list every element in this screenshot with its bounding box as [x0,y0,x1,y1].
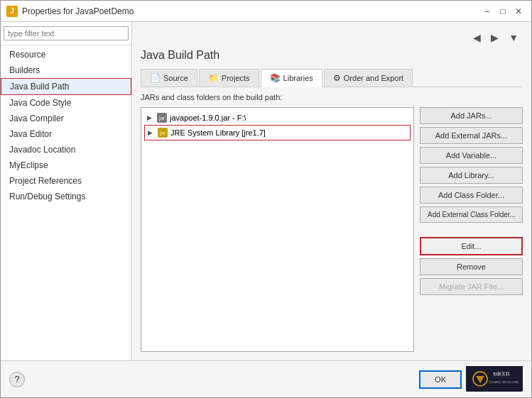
bottom-right: OK 创新互联 CHUANG XIN HU LIAN [419,367,523,392]
add-jars-button[interactable]: Add JARs... [420,107,523,124]
add-external-class-folder-button[interactable]: Add External Class Folder... [420,206,523,223]
svg-text:CHUANG XIN HU LIAN: CHUANG XIN HU LIAN [489,380,519,384]
tree-label-javapoet: javapoet-1.9.0.jar - F:\ [170,114,246,122]
tab-order-export[interactable]: ⚙ Order and Export [324,69,413,87]
buttons-panel: Add JARs... Add External JARs... Add Var… [420,107,523,352]
subtitle: JARs and class folders on the build path… [141,93,523,101]
expand-arrow-javapoet: ▶ [147,114,154,121]
title-controls: – □ ✕ [480,4,526,18]
sidebar-item-java-compiler[interactable]: Java Compiler [1,111,131,126]
main-panel: ◀ ▶ ▼ Java Build Path 📄 Source 📁 Project… [132,22,531,360]
tab-projects[interactable]: 📁 Projects [199,69,259,87]
panel-body: ▶ jar javapoet-1.9.0.jar - F:\ ▶ jre JRE… [141,107,523,352]
help-button[interactable]: ? [9,372,25,387]
minimize-button[interactable]: – [480,4,494,18]
main-window: J Properties for JavaPoetDemo – □ ✕ Reso… [0,0,532,398]
tab-libraries-label: Libraries [283,74,313,82]
libraries-tab-icon: 📚 [270,73,281,83]
title-bar: J Properties for JavaPoetDemo – □ ✕ [1,1,531,22]
source-tab-icon: 📄 [150,73,161,83]
tabs-bar: 📄 Source 📁 Projects 📚 Libraries ⚙ Order … [141,69,523,87]
bottom-bar: ? OK 创新互联 CHUANG XIN HU LIAN [1,360,531,397]
filter-box [1,22,131,45]
filter-input[interactable] [4,26,129,40]
sidebar-item-java-code-style[interactable]: Java Code Style [1,95,131,111]
window-title: Properties for JavaPoetDemo [22,6,134,16]
nav-back-button[interactable]: ◀ [469,31,485,45]
add-library-button[interactable]: Add Library... [420,167,523,184]
remove-button[interactable]: Remove [420,258,523,275]
title-bar-left: J Properties for JavaPoetDemo [6,6,134,17]
sidebar-item-project-references[interactable]: Project References [1,173,131,189]
tab-order-export-label: Order and Export [344,74,403,82]
window-icon: J [6,6,18,17]
expand-arrow-jre: ▶ [148,129,155,136]
sidebar-item-javadoc-location[interactable]: Javadoc Location [1,142,131,157]
sidebar-item-java-editor[interactable]: Java Editor [1,126,131,142]
svg-text:创新互联: 创新互联 [493,371,510,376]
main-panel-title: Java Build Path [141,49,523,62]
sidebar-item-builders[interactable]: Builders [1,62,131,78]
migrate-jar-button[interactable]: Migrate JAR File... [420,278,523,295]
brand-logo: 创新互联 CHUANG XIN HU LIAN [466,367,523,392]
tab-source[interactable]: 📄 Source [141,69,197,87]
sidebar-item-run-debug-settings[interactable]: Run/Debug Settings [1,189,131,204]
tab-source-label: Source [163,74,188,82]
content-area: Resource Builders Java Build Path Java C… [1,22,531,360]
sidebar-item-myeclipse[interactable]: MyEclipse [1,157,131,173]
edit-button[interactable]: Edit... [420,237,523,255]
tree-item-jre[interactable]: ▶ jre JRE System Library [jre1.7] [144,125,411,140]
svg-rect-0 [466,366,523,391]
nav-down-button[interactable]: ▼ [504,31,523,45]
nav-toolbar: ◀ ▶ ▼ [141,31,523,45]
add-class-folder-button[interactable]: Add Class Folder... [420,187,523,204]
tree-label-jre: JRE System Library [jre1.7] [170,128,266,137]
tree-area: ▶ jar javapoet-1.9.0.jar - F:\ ▶ jre JRE… [141,107,414,352]
sidebar: Resource Builders Java Build Path Java C… [1,22,132,360]
jre-icon: jre [158,128,168,138]
close-button[interactable]: ✕ [511,4,526,18]
tree-item-javapoet[interactable]: ▶ jar javapoet-1.9.0.jar - F:\ [144,111,411,125]
brand-text: 创新互联 CHUANG XIN HU LIAN [466,366,523,392]
tab-libraries[interactable]: 📚 Libraries [261,69,322,87]
add-external-jars-button[interactable]: Add External JARs... [420,127,523,144]
nav-list: Resource Builders Java Build Path Java C… [1,45,131,360]
ok-button[interactable]: OK [419,370,462,389]
add-variable-button[interactable]: Add Variable... [420,147,523,164]
sidebar-item-resource[interactable]: Resource [1,47,131,62]
sidebar-item-java-build-path[interactable]: Java Build Path [1,78,131,95]
jar-icon: jar [157,113,167,123]
order-export-tab-icon: ⚙ [333,73,341,83]
projects-tab-icon: 📁 [208,73,219,83]
tab-projects-label: Projects [222,74,250,82]
nav-forward-button[interactable]: ▶ [487,31,503,45]
maximize-button[interactable]: □ [496,4,510,18]
